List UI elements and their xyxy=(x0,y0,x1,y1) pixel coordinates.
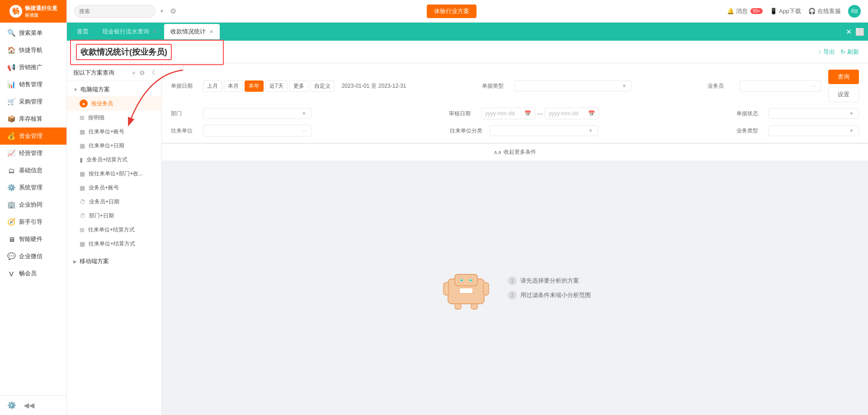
empty-hint: 1 请先选择要分析的方案 2 用过滤条件来缩小分析范围 xyxy=(508,276,591,300)
content-area: 收款情况统计(按业务员) ↑ 导出 ↻ 刷新 按以下方案查询 + xyxy=(67,41,868,415)
review-date-pair: yyyy-mm-dd 📅 — yyyy-mm-dd 📅 xyxy=(481,108,599,119)
sidebar-item-finance[interactable]: 💰 资金管理 xyxy=(0,127,66,145)
add-schema-icon[interactable]: + xyxy=(132,69,136,76)
hint-item-1: 1 请先选择要分析的方案 xyxy=(508,276,591,285)
schema-item-partner-account[interactable]: ▦ 往来单位+账号 xyxy=(67,125,161,139)
messages-badge: 99+ xyxy=(750,8,763,14)
sidebar-item-search[interactable]: 🔍 搜索菜单 xyxy=(0,24,66,42)
query-button[interactable]: 查询 xyxy=(828,70,859,84)
table-schema-icon: ▦ xyxy=(80,128,85,135)
partner-class-select[interactable]: ▼ xyxy=(490,125,598,136)
filter-area: 单据日期 上月 本月 本年 近7天 更多 自定义 2023-01-01 至 xyxy=(162,63,868,143)
topbar-gear-icon[interactable]: ⚙ xyxy=(170,7,176,15)
sidebar-item-purchase[interactable]: 🛒 采购管理 xyxy=(0,93,66,110)
sidebar-item-baseinfo[interactable]: 🗂 基础信息 xyxy=(0,162,66,179)
refresh-button[interactable]: ↻ 刷新 xyxy=(840,48,859,56)
user-avatar[interactable]: Rit xyxy=(848,5,861,18)
table-schema-icon5: ▦ xyxy=(80,241,85,247)
hint-item-2: 2 用过滤条件来缩小分析范围 xyxy=(508,291,591,300)
tab-close-bank[interactable]: ✕ xyxy=(153,29,157,35)
bell-icon: 🔔 xyxy=(727,8,734,14)
tab-collection[interactable]: 收款情况统计 ✕ xyxy=(164,24,220,39)
calendar-icon2: 📅 xyxy=(588,110,595,117)
schema-group-desktop-title[interactable]: ▼ 电脑端方案 xyxy=(67,83,161,96)
tab-home[interactable]: 首页 xyxy=(71,24,95,39)
date-btn-last-month[interactable]: 上月 xyxy=(203,80,222,92)
schema-item-by-salesperson[interactable]: ● 按业务员 xyxy=(67,96,161,111)
schema-item-salesperson-date[interactable]: ⏱ 业务员+日期 xyxy=(67,195,161,209)
topbar-search-input[interactable] xyxy=(74,5,156,18)
partner-select[interactable]: ··· xyxy=(203,125,311,137)
tab-bank[interactable]: 现金银行流水查询 ✕ xyxy=(96,24,163,39)
biz-type-select[interactable]: ▼ xyxy=(769,125,859,136)
left-panel: 按以下方案查询 + ⚙ 《 ▼ 电脑端方案 ● 按业务员 xyxy=(67,63,162,415)
sidebar-item-enterprise[interactable]: 🏢 企业协同 xyxy=(0,196,66,213)
left-panel-header-actions: + ⚙ 《 xyxy=(132,69,155,77)
schema-item-partner-dept[interactable]: ▦ 按往来单位+部门+收... xyxy=(67,167,161,181)
schema-item-salesperson-settle[interactable]: ▮ 业务员+结算方式 xyxy=(67,153,161,167)
sidebar-item-quicknav[interactable]: 🏠 快捷导航 xyxy=(0,42,66,59)
date-btn-7days[interactable]: 近7天 xyxy=(265,80,288,92)
sidebar-item-sales[interactable]: 📊 销售管理 xyxy=(0,76,66,93)
footer-settings-icon[interactable]: ⚙️ xyxy=(7,401,16,410)
settings-schema-icon[interactable]: ⚙ xyxy=(139,69,145,76)
date-dash: — xyxy=(537,110,543,117)
date-btn-this-month[interactable]: 本月 xyxy=(224,80,243,92)
enterprise-icon: 🏢 xyxy=(7,201,15,209)
online-service-button[interactable]: 🎧 在线客服 xyxy=(808,7,841,15)
doc-status-select[interactable]: ▼ xyxy=(769,108,859,119)
sidebar-footer: ⚙️ ◀◀ xyxy=(0,395,66,415)
date-btn-more[interactable]: 更多 xyxy=(289,80,308,92)
sidebar-item-vip[interactable]: V 畅会员 xyxy=(0,265,66,282)
schema-item-partner-settle1[interactable]: ⊞ 往来单位+结算方式 xyxy=(67,223,161,237)
sidebar-item-wechat[interactable]: 💬 企业微信 xyxy=(0,248,66,265)
sidebar-item-operation[interactable]: 📈 经营管理 xyxy=(0,145,66,162)
tabbar: 首页 现金银行流水查询 ✕ 收款情况统计 ✕ ✕ ⬜ xyxy=(67,23,868,41)
maximize-window-icon[interactable]: ⬜ xyxy=(855,28,864,36)
schema-group-mobile-title[interactable]: ▶ 移动端方案 xyxy=(67,255,161,268)
schema-item-by-detail[interactable]: ⊞ 按明细 xyxy=(67,111,161,125)
system-icon: ⚙️ xyxy=(7,184,15,192)
footer-collapse-icon[interactable]: ◀◀ xyxy=(24,401,34,410)
salesperson-more-icon[interactable]: ··· xyxy=(811,83,816,89)
set-button[interactable]: 设置 xyxy=(828,87,859,102)
review-date-start-input[interactable]: yyyy-mm-dd 📅 xyxy=(481,108,535,119)
collapse-icon: ∧∧ xyxy=(494,149,502,156)
trial-industry-button[interactable]: 体验行业方案 xyxy=(427,5,476,18)
sidebar-item-newguide[interactable]: 🧭 新手引导 xyxy=(0,213,66,231)
home-icon: 🏠 xyxy=(7,46,15,54)
dept-select[interactable]: ▼ xyxy=(203,108,311,119)
sales-icon: 📊 xyxy=(7,80,15,89)
doc-status-chevron-icon: ▼ xyxy=(849,111,854,116)
app-download-button[interactable]: 📱 App下载 xyxy=(770,7,801,15)
date-btn-this-year[interactable]: 本年 xyxy=(245,80,264,92)
schema-item-salesperson-account[interactable]: ▦ 业务员+账号 xyxy=(67,181,161,195)
schema-item-partner-settle2[interactable]: ▦ 往来单位+结算方式 xyxy=(67,237,161,251)
schema-item-dept-date[interactable]: ⏱ 部门+日期 xyxy=(67,209,161,223)
biz-type-chevron-icon: ▼ xyxy=(849,128,854,133)
active-schema-icon: ● xyxy=(80,99,88,108)
doc-type-select[interactable]: ▼ xyxy=(514,80,632,91)
tab-close-collection[interactable]: ✕ xyxy=(209,29,213,35)
collapse-bar[interactable]: ∧∧ 收起更多条件 xyxy=(162,143,868,160)
topbar-dropdown-icon[interactable]: ▼ xyxy=(159,8,165,14)
collapse-panel-icon[interactable]: 《 xyxy=(149,69,155,77)
doc-type-label: 单据类型 xyxy=(482,82,507,90)
sidebar-item-system[interactable]: ⚙️ 系统管理 xyxy=(0,179,66,196)
sidebar-item-marketing[interactable]: 📢 营销推广 xyxy=(0,59,66,76)
sidebar-item-inventory[interactable]: 📦 库存核算 xyxy=(0,110,66,127)
date-label: 单据日期 xyxy=(171,82,196,90)
sidebar-item-hardware[interactable]: 🖥 智能硬件 xyxy=(0,231,66,248)
partner-more-icon[interactable]: ··· xyxy=(302,127,307,134)
dept-chevron-icon: ▼ xyxy=(302,111,307,116)
schema-item-partner-date[interactable]: ▦ 往来单位+日期 xyxy=(67,139,161,153)
schema-group-mobile: ▶ 移动端方案 xyxy=(67,253,161,270)
export-button[interactable]: ↑ 导出 xyxy=(819,48,835,56)
review-date-end-input[interactable]: yyyy-mm-dd 📅 xyxy=(545,108,599,119)
purchase-icon: 🛒 xyxy=(7,98,15,106)
svg-rect-6 xyxy=(459,288,473,293)
salesperson-select[interactable]: ··· xyxy=(740,80,821,92)
date-btn-custom[interactable]: 自定义 xyxy=(310,80,335,92)
close-window-icon[interactable]: ✕ xyxy=(846,28,852,36)
messages-button[interactable]: 🔔 消息 99+ xyxy=(727,7,763,15)
